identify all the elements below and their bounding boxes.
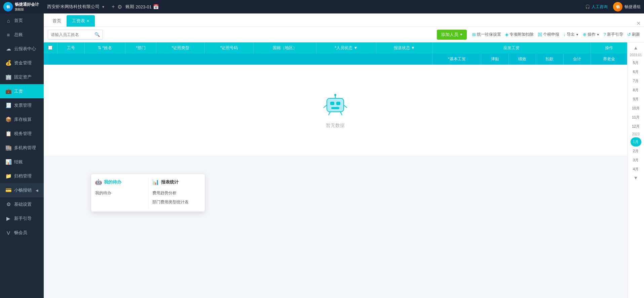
sidebar-item-archive[interactable]: 📁 归档管理	[0, 169, 44, 183]
col-report-status: 报送状态 ▼	[376, 42, 432, 54]
sidebar-item-salary[interactable]: 💼 工资	[0, 84, 44, 98]
month-3[interactable]: 3月	[628, 156, 644, 165]
settings-icon[interactable]: ⚙	[117, 4, 122, 10]
popup-section-row: 🤖 我的待办 我的待办 📊 报表统计	[91, 174, 205, 211]
sidebar-item-label: 工资	[14, 88, 23, 94]
svg-line-8	[329, 112, 330, 115]
popup-item-trend-label: 费用趋势分析	[152, 191, 177, 195]
sidebar-item-expense[interactable]: 💳 小畅报销 ◀	[0, 183, 44, 197]
social-security-btn[interactable]: ⊞ 统一社保设置	[472, 32, 501, 37]
timeline-up-arrow[interactable]: ▲	[632, 44, 640, 52]
popup-item-dept-stats-label: 部门费用类型统计表	[152, 200, 189, 204]
sidebar-item-label: 新手引导	[14, 216, 32, 222]
app-name-block: 畅捷通好会计 旗舰版	[15, 2, 39, 12]
social-security-icon: ⊞	[472, 32, 476, 37]
sub-col-performance: 绩效	[508, 54, 536, 65]
tab-salary[interactable]: 工资表 ✕	[67, 15, 95, 27]
right-panel: ▲ 2023.01 5月 6月 7月 8月 9月 10月 11月 12月 202…	[627, 42, 644, 298]
sidebar-item-close[interactable]: 📊 结账	[0, 155, 44, 169]
customer-service-btn[interactable]: 🎧 人工咨询	[585, 4, 608, 10]
col-dept: *部门	[125, 42, 156, 54]
sidebar-item-label: 税务管理	[14, 131, 32, 137]
dropdown-popup: 🤖 我的待办 我的待办 📊 报表统计	[91, 174, 205, 212]
special-deduction-btn[interactable]: ◈ 专项附加扣除	[505, 32, 534, 37]
add-person-label: 添加人员	[441, 32, 458, 38]
popup-item-dept-stats[interactable]: 部门费用类型统计表	[152, 198, 201, 207]
sidebar-item-multi[interactable]: 🏬 多机构管理	[0, 141, 44, 155]
sidebar-item-assets[interactable]: 🏢 固定资产	[0, 70, 44, 84]
add-icon[interactable]: +	[112, 4, 115, 10]
company-name: 西安虾米网络科技有限公司	[47, 4, 100, 10]
month-1-active[interactable]: 1月	[631, 137, 641, 146]
sidebar-item-cloudreport[interactable]: ☁ 云报表中心	[0, 42, 44, 56]
user-avatar: 畅	[613, 2, 622, 11]
funds-icon: 💰	[5, 60, 11, 66]
export-btn[interactable]: ↓ 导出 ▼	[563, 32, 578, 37]
col-nationality: 国籍（地区）	[253, 42, 316, 54]
sidebar-item-guide[interactable]: ▶ 新手引导	[0, 211, 44, 226]
month-7[interactable]: 7月	[628, 76, 644, 86]
tab-close-icon[interactable]: ✕	[86, 19, 89, 23]
select-all-checkbox[interactable]	[48, 45, 52, 50]
col-group-yingfa: 应发工资	[432, 42, 591, 54]
month-11[interactable]: 11月	[628, 113, 644, 122]
month-4[interactable]: 4月	[628, 165, 644, 174]
user-area[interactable]: 畅 畅捷通组	[613, 2, 641, 11]
archive-icon: 📁	[5, 173, 11, 179]
vip-icon: V	[5, 230, 11, 236]
month-2[interactable]: 2月	[628, 146, 644, 156]
refresh-btn[interactable]: ↺ 刷新	[627, 32, 640, 37]
sidebar-item-label: 归档管理	[14, 173, 32, 179]
timeline-down-arrow[interactable]: ▼	[632, 174, 640, 182]
sidebar-item-vip[interactable]: V 畅会员	[0, 226, 44, 240]
cloud-icon: ☁	[5, 46, 11, 52]
month-10[interactable]: 10月	[628, 104, 644, 113]
checkbox-col-header	[44, 42, 57, 54]
month-6[interactable]: 6月	[628, 67, 644, 76]
operation-btn[interactable]: ⊕ 操作 ▼	[583, 32, 600, 37]
search-wrap: 🔍	[48, 30, 103, 40]
guide-btn[interactable]: ? 新手引导	[604, 32, 623, 37]
popup-item-trend[interactable]: 费用趋势分析	[152, 189, 201, 198]
popup-item-mytodo-label: 我的待办	[95, 191, 111, 195]
sidebar-item-label: 总账	[14, 32, 23, 38]
popup-item-mytodo[interactable]: 我的待办	[95, 189, 144, 198]
tax-report-btn[interactable]: 国 个税申报	[538, 32, 559, 38]
sidebar-item-ledger[interactable]: ≡ 总账	[0, 28, 44, 42]
sidebar-item-funds[interactable]: 💰 资金管理	[0, 56, 44, 70]
tab-home[interactable]: 首页	[47, 15, 67, 27]
period-label: 账期	[125, 4, 134, 10]
sidebar-item-label: 基础设置	[14, 201, 32, 207]
window-close-icon[interactable]: ✕	[636, 20, 641, 27]
sidebar-item-invoice[interactable]: 🧾 发票管理	[0, 98, 44, 112]
ledger-icon: ≡	[5, 32, 11, 38]
add-person-button[interactable]: 添加人员 ▼	[437, 30, 467, 40]
tab-salary-label: 工资表	[72, 18, 85, 24]
month-5[interactable]: 5月	[628, 58, 644, 67]
sub-col-pension: 养老金	[591, 54, 627, 65]
sidebar-item-tax[interactable]: 📋 税务管理	[0, 127, 44, 141]
export-arrow: ▼	[576, 33, 579, 36]
company-selector[interactable]: 西安虾米网络科技有限公司 ▼	[47, 4, 105, 10]
search-input[interactable]	[51, 32, 94, 37]
guide-label: 新手引导	[607, 32, 623, 37]
month-12[interactable]: 12月	[628, 122, 644, 131]
sidebar-item-inventory[interactable]: 📦 库存核算	[0, 112, 44, 127]
month-9[interactable]: 9月	[628, 95, 644, 104]
sidebar-item-basic-settings[interactable]: ⚙ 基础设置	[0, 197, 44, 211]
header-actions: + ⚙	[112, 4, 122, 10]
sub-col-total: 合计	[563, 54, 591, 65]
col-status: *人员状态 ▼	[316, 42, 376, 54]
logo-area: 畅 畅捷通好会计 旗舰版	[3, 2, 44, 12]
toolbar-actions: ⊞ 统一社保设置 ◈ 专项附加扣除 国 个税申报 ↓ 导出 ▼ ⊕	[472, 32, 640, 38]
salary-icon: 💼	[5, 88, 11, 94]
month-8[interactable]: 8月	[628, 86, 644, 95]
multi-icon: 🏬	[5, 145, 11, 151]
user-name: 畅捷通组	[624, 4, 641, 10]
popup-col-todo: 🤖 我的待办 我的待办	[91, 174, 148, 211]
calendar-icon[interactable]: 📅	[153, 4, 159, 9]
sidebar-item-home[interactable]: ⌂ 首页	[0, 13, 44, 28]
popup-todo-header: 🤖 我的待办	[95, 179, 144, 185]
operation-icon: ⊕	[583, 32, 586, 37]
sub-col-allowance: 津贴	[481, 54, 508, 65]
